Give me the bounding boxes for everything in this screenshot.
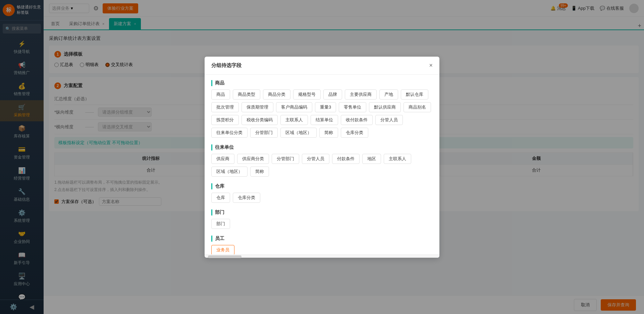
warehouse-section-title: 仓库 bbox=[211, 183, 433, 189]
employee-field-tags: 业务员 bbox=[211, 245, 433, 254]
field-section-department: 部门 部门 bbox=[211, 209, 433, 229]
field-tag[interactable]: 商品分类 bbox=[263, 89, 290, 100]
modal-overlay[interactable]: 分组待选字段 × 商品 商品 商品类型 商品分类 规格型号 品牌 主要供应商 产… bbox=[0, 0, 644, 314]
field-tag[interactable]: 客户商品编码 bbox=[276, 102, 312, 112]
field-tag[interactable]: 默认仓库 bbox=[401, 89, 428, 100]
field-tag[interactable]: 商品类型 bbox=[233, 89, 260, 100]
field-tag[interactable]: 拣货积分 bbox=[211, 115, 239, 125]
department-field-tags: 部门 bbox=[211, 219, 433, 229]
field-tag[interactable]: 供应商 bbox=[211, 154, 234, 164]
field-tag[interactable]: 保质期管理 bbox=[241, 102, 273, 112]
employee-section-title: 员工 bbox=[211, 236, 433, 242]
field-tag[interactable]: 零售单位 bbox=[339, 102, 366, 112]
field-tag[interactable]: 默认供应商 bbox=[369, 102, 401, 112]
field-tag[interactable]: 商品别名 bbox=[404, 102, 431, 112]
modal-scroll-thumb bbox=[208, 255, 241, 258]
field-tag[interactable]: 商品 bbox=[211, 89, 230, 100]
field-tag[interactable]: 分管人员 bbox=[302, 154, 329, 164]
field-tag[interactable]: 税收分类编码 bbox=[241, 115, 278, 125]
field-section-warehouse: 仓库 仓库 仓库分类 bbox=[211, 183, 433, 203]
field-tag[interactable]: 往来单位分类 bbox=[211, 128, 248, 138]
partner-section-title: 往来单位 bbox=[211, 144, 433, 150]
field-tag[interactable]: 重量3 bbox=[315, 102, 336, 112]
field-section-goods: 商品 商品 商品类型 商品分类 规格型号 品牌 主要供应商 产地 默认仓库 批次… bbox=[211, 80, 433, 138]
field-tag[interactable]: 批次管理 bbox=[211, 102, 239, 112]
goods-field-tags: 商品 商品类型 商品分类 规格型号 品牌 主要供应商 产地 默认仓库 批次管理 … bbox=[211, 89, 433, 138]
field-tag[interactable]: 分管部门 bbox=[250, 128, 278, 138]
field-tag[interactable]: 简称 bbox=[250, 167, 269, 177]
department-section-title: 部门 bbox=[211, 209, 433, 215]
field-tag[interactable]: 主要供应商 bbox=[345, 89, 377, 100]
field-tag[interactable]: 区域（地区） bbox=[211, 167, 248, 177]
field-section-partner: 往来单位 供应商 供应商分类 分管部门 分管人员 付款条件 地区 主联系人 区域… bbox=[211, 144, 433, 177]
field-tag[interactable]: 结算单位 bbox=[311, 115, 338, 125]
warehouse-field-tags: 仓库 仓库分类 bbox=[211, 193, 433, 203]
field-tag[interactable]: 仓库分类 bbox=[233, 193, 260, 203]
field-tag[interactable]: 分管人员 bbox=[375, 115, 403, 125]
field-tag[interactable]: 主联系人 bbox=[384, 154, 411, 164]
field-tag[interactable]: 仓库分类 bbox=[341, 128, 368, 138]
field-tag-employee[interactable]: 业务员 bbox=[211, 245, 234, 254]
field-tag[interactable]: 主联系人 bbox=[280, 115, 308, 125]
field-tag[interactable]: 简称 bbox=[319, 128, 338, 138]
partner-field-tags: 供应商 供应商分类 分管部门 分管人员 付款条件 地区 主联系人 区域（地区） … bbox=[211, 154, 433, 177]
modal-title: 分组待选字段 bbox=[211, 62, 241, 69]
field-tag[interactable]: 收付款条件 bbox=[341, 115, 373, 125]
field-tag[interactable]: 付款条件 bbox=[332, 154, 360, 164]
field-tag[interactable]: 供应商分类 bbox=[237, 154, 269, 164]
modal-body: 商品 商品 商品类型 商品分类 规格型号 品牌 主要供应商 产地 默认仓库 批次… bbox=[205, 75, 439, 254]
field-section-employee: 员工 业务员 bbox=[211, 236, 433, 254]
field-tag[interactable]: 仓库 bbox=[211, 193, 230, 203]
field-tag[interactable]: 规格型号 bbox=[293, 89, 321, 100]
modal-horizontal-scrollbar[interactable] bbox=[205, 254, 439, 258]
field-tag[interactable]: 地区 bbox=[362, 154, 381, 164]
field-tag[interactable]: 产地 bbox=[379, 89, 398, 100]
field-tag[interactable]: 分管部门 bbox=[272, 154, 299, 164]
modal-dialog: 分组待选字段 × 商品 商品 商品类型 商品分类 规格型号 品牌 主要供应商 产… bbox=[205, 57, 439, 258]
field-tag[interactable]: 品牌 bbox=[323, 89, 342, 100]
field-tag[interactable]: 部门 bbox=[211, 219, 230, 229]
modal-header: 分组待选字段 × bbox=[205, 57, 439, 75]
goods-section-title: 商品 bbox=[211, 80, 433, 86]
modal-close-button[interactable]: × bbox=[429, 62, 433, 69]
field-tag[interactable]: 区域（地区） bbox=[280, 128, 317, 138]
